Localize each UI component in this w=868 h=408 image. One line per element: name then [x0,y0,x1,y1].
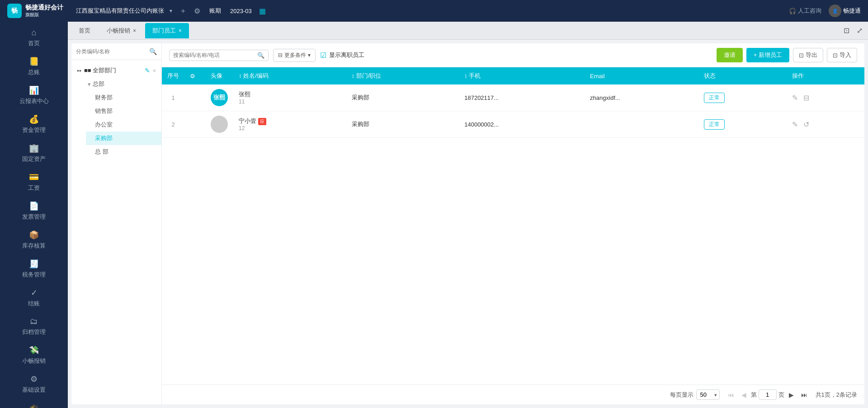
sidebar: ⌂ 首页 📒 总账 📊 云报表中心 💰 资金管理 🏢 固定资产 💳 工资 📄 发… [0,22,68,408]
employee-search-icon[interactable]: 🔍 [257,52,264,59]
per-page-selector: 每页显示 10 20 50 100 [670,389,720,400]
dept-search-input[interactable] [76,48,147,55]
logo-area: 畅 畅捷通好会计 旗舰版 [7,4,71,18]
sidebar-item-reports[interactable]: 📊 云报表中心 [0,81,68,110]
cell-actions: ✎⊟ [787,84,864,111]
dept-sales[interactable]: 销售部 [86,104,161,118]
edit-icon[interactable]: ✎ [792,120,798,129]
content-area: 首页 小畅报销 × 部门员工 × ⊡ ⤢ 🔍 [68,22,868,408]
table-footer: 每页显示 10 20 50 100 ⏮ ◀ [162,385,864,404]
sidebar-item-closing[interactable]: ✓ 结账 [0,283,68,312]
sidebar-label-invoice: 发票管理 [22,213,46,221]
tab-expense[interactable]: 小畅报销 × [99,23,143,38]
tab-home[interactable]: 首页 [71,23,98,38]
dept-tree: ▪▪ ■■ 全部部门 ✎ « ▾ 总部 财务部 [71,60,161,404]
col-mobile[interactable]: ↕ 手机 [459,67,585,84]
page-unit: 页 [778,391,784,399]
sidebar-label-funds: 资金管理 [22,126,46,134]
dept-collapse-icon[interactable]: « [153,67,156,74]
tab-department[interactable]: 部门员工 × [145,23,189,38]
more-filter-button[interactable]: ⊟ 更多条件 ▾ [273,49,316,62]
sidebar-item-home[interactable]: ⌂ 首页 [0,23,68,52]
sidebar-item-tax[interactable]: 🧾 税务管理 [0,254,68,283]
sidebar-item-expense[interactable]: 💸 小畅报销 [0,341,68,370]
delete-icon[interactable]: ⊟ [803,94,809,102]
next-page-button[interactable]: ▶ [786,390,797,399]
page-input[interactable] [759,389,777,400]
show-resign-toggle[interactable]: ☑ 显示离职员工 [320,51,364,60]
all-departments-label: ■■ 全部部门 [84,66,142,75]
invite-button[interactable]: 邀请 [717,48,743,62]
dept-purchasing[interactable]: 采购部 [86,131,161,145]
dept-office[interactable]: 办公室 [86,118,161,131]
sidebar-item-assets[interactable]: 🏢 固定资产 [0,139,68,168]
company-dropdown-icon[interactable]: ▾ [170,8,172,14]
service-label: 人工咨询 [798,7,821,15]
export-button[interactable]: ⊡ 导出 [793,48,823,62]
cell-avatar: 张熙 [205,84,233,111]
sidebar-item-invoice[interactable]: 📄 发票管理 [0,197,68,225]
app-title: 畅捷通好会计 [25,4,63,12]
sidebar-item-archive[interactable]: 🗂 归档管理 [0,312,68,341]
col-settings[interactable]: ⚙ [184,67,205,84]
ledger-icon: 📒 [29,56,39,66]
per-page-select[interactable]: 10 20 50 100 [696,389,720,400]
prev-page-button[interactable]: ◀ [739,390,749,399]
add-company-icon[interactable]: ＋ [179,6,187,16]
assets-icon: 🏢 [29,143,39,153]
guide-icon: 🎓 [29,403,39,408]
tab-department-label: 部门员工 [152,27,176,35]
dept-purchasing-label: 采购部 [95,134,113,142]
tab-expense-close[interactable]: × [133,28,136,34]
sidebar-item-funds[interactable]: 💰 资金管理 [0,110,68,139]
dept-parent-general[interactable]: ▾ 总部 [79,77,161,91]
delete-icon[interactable]: ↺ [803,120,809,129]
dept-finance[interactable]: 财务部 [86,91,161,104]
employee-search-input[interactable] [173,52,255,58]
col-actions: 操作 [787,67,864,84]
tab-department-close[interactable]: × [179,28,182,34]
sidebar-item-inventory[interactable]: 📦 库存核算 [0,225,68,254]
tab-expense-label: 小畅报销 [107,27,130,35]
page-label: 第 [751,391,757,399]
edit-icon[interactable]: ✎ [792,94,798,102]
import-button[interactable]: ⊡ 导入 [827,48,857,62]
headset-icon: 🎧 [789,8,796,14]
grid-icon: ▪▪ [77,67,81,74]
sidebar-item-guide[interactable]: 🎓 新手引导 [0,399,68,408]
sidebar-item-settings[interactable]: ⚙ 基础设置 [0,370,68,399]
col-name-code[interactable]: ↕ ↕ 姓名/编码姓名/编码 [233,67,346,84]
first-page-button[interactable]: ⏮ [725,390,737,399]
dept-edit-icon[interactable]: ✎ [145,67,150,74]
sidebar-item-ledger[interactable]: 📒 总账 [0,52,68,81]
user-menu[interactable]: 👤 畅捷通 [829,5,861,17]
tab-expand-button[interactable]: ⤢ [855,24,864,37]
all-departments-item[interactable]: ▪▪ ■■ 全部部门 ✎ « [71,64,161,77]
sidebar-label-home: 首页 [28,39,40,47]
svg-point-0 [216,118,223,126]
cell-status: 正常 [698,84,787,111]
company-name[interactable]: 江西服宝精品有限责任公司内账张 [76,7,164,15]
sidebar-label-reports: 云报表中心 [19,97,49,105]
last-page-button[interactable]: ⏭ [798,390,810,399]
calendar-icon[interactable]: ▦ [259,7,266,15]
service-button[interactable]: 🎧 人工咨询 [789,7,821,15]
tab-restore-button[interactable]: ⊡ [842,24,851,37]
add-employee-button[interactable]: + 新增员工 [746,48,789,62]
header-right: 🎧 人工咨询 👤 畅捷通 [789,5,861,17]
filter-icon: ⊟ [278,52,283,58]
dept-headquarters[interactable]: 总 部 [86,145,161,159]
header-settings-icon[interactable]: ⚙ [194,7,200,15]
app-subtitle: 旗舰版 [25,12,63,18]
sidebar-label-closing: 结账 [28,300,40,308]
cell-row-settings [184,111,205,138]
main-layout: ⌂ 首页 📒 总账 📊 云报表中心 💰 资金管理 🏢 固定资产 💳 工资 📄 发… [0,22,868,408]
sidebar-label-salary: 工资 [28,184,40,192]
sidebar-item-salary[interactable]: 💳 工资 [0,168,68,197]
col-dept-position[interactable]: ↕ 部门/职位 [346,67,459,84]
tab-bar-right: ⊡ ⤢ [842,24,864,37]
dept-office-label: 办公室 [95,121,113,129]
employee-name: 张熙 [239,90,341,98]
per-page-label: 每页显示 [670,391,693,399]
dept-search-icon[interactable]: 🔍 [149,48,157,55]
